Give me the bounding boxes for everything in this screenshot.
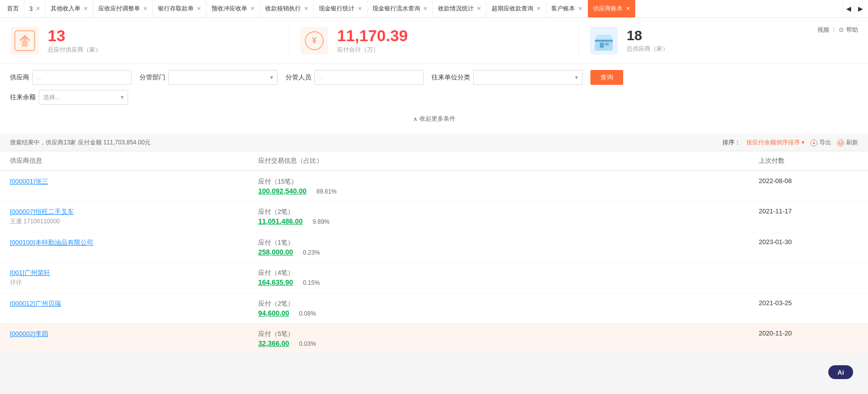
tx-label-0: 应付（15笔） <box>258 177 759 186</box>
balance-filter: 往来余额 选择... ▾ <box>10 90 128 105</box>
supplier-link-2[interactable]: [000100]本特勤油品有限公司 <box>10 238 258 247</box>
dept-label: 分管部门 <box>140 73 165 82</box>
close-tab-cash-stat[interactable]: ✕ <box>358 5 362 12</box>
nav-tab-overdue[interactable]: 超期应收款查询 ✕ <box>487 0 546 18</box>
nav-next-arrow[interactable]: ▶ <box>854 0 866 18</box>
tx-amount-3[interactable]: 164,635.90 <box>258 278 293 286</box>
payable-amount-info: 11,170.39 应付合计（万） <box>337 28 408 54</box>
tx-label-4: 应付（2笔） <box>258 299 759 308</box>
svg-rect-10 <box>605 43 609 46</box>
person-input-dots: ... <box>319 74 324 81</box>
dept-arrow-icon: ▾ <box>270 74 273 81</box>
supplier-link-0[interactable]: [000001]张三 <box>10 177 258 186</box>
svg-point-3 <box>23 37 27 41</box>
nav-tab-3[interactable]: 3 ✕ <box>24 0 46 18</box>
nav-tab-cash-flow[interactable]: 现金银行流水查询 ✕ <box>367 0 433 18</box>
close-tab-3[interactable]: ✕ <box>36 5 40 12</box>
tx-amount-1[interactable]: 11,051,486.00 <box>258 217 303 225</box>
header-transaction: 应付交易信息（占比） <box>258 156 759 165</box>
tx-percent-0: 89.61% <box>316 188 337 195</box>
svg-text:¥: ¥ <box>312 36 317 45</box>
dept-select[interactable]: ▾ <box>168 70 278 85</box>
close-tab-recv-verify[interactable]: ✕ <box>304 5 308 12</box>
collapse-button[interactable]: ∧ 收起更多条件 <box>10 112 858 126</box>
query-button[interactable]: 查询 <box>590 70 623 85</box>
sort-select[interactable]: 按应付余额倒序排序 ▾ <box>746 138 804 147</box>
filter-area: 供应商 ... 分管部门 ▾ 分管人员 ... 往来单位分类 ▾ <box>0 64 868 134</box>
nav-tab-ar-ap[interactable]: 应收应付调整单 ✕ <box>93 0 153 18</box>
payable-amount-value: 11,170.39 <box>337 28 408 44</box>
close-tab-recv-stat[interactable]: ✕ <box>477 5 481 12</box>
nav-tab-recv-verify[interactable]: 收款核销执行 ✕ <box>260 0 314 18</box>
supplier-link-3[interactable]: [001]广州荣轩 <box>10 268 258 277</box>
transaction-cell-1: 应付（2笔） 11,051,486.00 9.89% <box>258 207 759 225</box>
transaction-cell-3: 应付（4笔） 164,635.90 0.15% <box>258 268 759 286</box>
balance-arrow-icon: ▾ <box>121 94 124 101</box>
tx-row-1: 11,051,486.00 9.89% <box>258 216 759 225</box>
help-sep: | <box>833 26 835 34</box>
refresh-button[interactable]: 刷新 <box>837 138 858 147</box>
category-label: 往来单位分类 <box>432 73 470 82</box>
stat-payable-amount: ¥ 11,170.39 应付合计（万） <box>299 26 569 56</box>
nav-tab-customer-ledger[interactable]: 客户账本 ✕ <box>546 0 588 18</box>
table-header: 供应商信息 应付交易信息（占比） 上次付数 <box>0 151 868 171</box>
data-table: 供应商信息 应付交易信息（占比） 上次付数 [000001]张三 应付（15笔）… <box>0 151 868 354</box>
close-tab-bank[interactable]: ✕ <box>197 5 201 12</box>
supplier-link-4[interactable]: [000012]广州贝瑞 <box>10 299 258 308</box>
lastpay-date-2: 2023-01-30 <box>759 238 792 246</box>
lastpay-date-4: 2021-03-25 <box>759 299 792 307</box>
svg-rect-2 <box>22 41 28 47</box>
table-row: [000007]恒旺二手叉车 王通 17106110000 应付（2笔） 11,… <box>0 201 868 232</box>
video-link[interactable]: 视频 <box>817 26 829 34</box>
close-tab-customer-ledger[interactable]: ✕ <box>578 5 582 12</box>
nav-tab-home[interactable]: 首页 <box>2 0 24 18</box>
lastpay-cell-5: 2020-11-20 <box>759 329 858 337</box>
svg-rect-11 <box>595 40 613 42</box>
close-tab-supplier-ledger[interactable]: ✕ <box>626 5 630 12</box>
export-button[interactable]: 导出 <box>810 138 831 147</box>
category-filter: 往来单位分类 ▾ <box>432 70 582 85</box>
category-select[interactable]: ▾ <box>473 70 582 85</box>
transaction-cell-4: 应付（2笔） 94,600.00 0.08% <box>258 299 759 317</box>
tx-label-5: 应付（5笔） <box>258 329 759 338</box>
close-tab-cash-flow[interactable]: ✕ <box>423 5 428 12</box>
nav-tab-bank[interactable]: 银行存取款单 ✕ <box>153 0 207 18</box>
nav-tab-cash-stat[interactable]: 现金银行统计 ✕ <box>314 0 367 18</box>
stat-divider-2 <box>579 26 579 56</box>
dept-filter: 分管部门 ▾ <box>140 70 278 85</box>
balance-select[interactable]: 选择... ▾ <box>39 90 128 105</box>
close-tab-other-income[interactable]: ✕ <box>83 5 88 12</box>
collapse-up-icon: ∧ <box>413 116 418 123</box>
nav-tab-pre-recv[interactable]: 预收冲应收单 ✕ <box>207 0 260 18</box>
nav-prev-arrow[interactable]: ◀ <box>842 0 854 18</box>
supplier-link-1[interactable]: [000007]恒旺二手叉车 <box>10 207 258 216</box>
close-tab-overdue[interactable]: ✕ <box>536 5 541 12</box>
tx-label-1: 应付（2笔） <box>258 207 759 216</box>
supplier-cell-5: [000002]李四 <box>10 329 258 338</box>
close-tab-pre-recv[interactable]: ✕ <box>250 5 255 12</box>
tx-row-4: 94,600.00 0.08% <box>258 308 759 317</box>
svg-rect-9 <box>600 43 604 48</box>
tx-percent-5: 0.03% <box>299 340 316 347</box>
lastpay-date-1: 2021-11-17 <box>759 207 792 215</box>
help-link[interactable]: ⊙ 帮助 <box>839 26 858 34</box>
person-input[interactable]: ... <box>314 70 424 85</box>
tx-amount-4[interactable]: 94,600.00 <box>258 309 289 317</box>
supplier-input[interactable]: ... <box>32 70 132 85</box>
lastpay-cell-0: 2022-08-08 <box>759 177 858 185</box>
tx-amount-5[interactable]: 32,366.00 <box>258 339 289 347</box>
nav-tab-other-income[interactable]: 其他收入单 ✕ <box>46 0 93 18</box>
nav-tab-recv-stat[interactable]: 收款情况统计 ✕ <box>433 0 487 18</box>
balance-label: 往来余额 <box>10 93 36 102</box>
tx-amount-0[interactable]: 100,092,540.00 <box>258 187 306 195</box>
collapse-label: 收起更多条件 <box>420 115 455 123</box>
payable-suppliers-label: 总应付供应商（家） <box>48 46 101 54</box>
table-row: [000002]李四 应付（5笔） 32,366.00 0.03% 2020-1… <box>0 324 868 354</box>
stat-divider-1 <box>289 26 289 56</box>
tx-label-2: 应付（1笔） <box>258 238 759 247</box>
close-tab-ar-ap[interactable]: ✕ <box>143 5 147 12</box>
tx-row-2: 258,000.00 0.23% <box>258 247 759 256</box>
tx-amount-2[interactable]: 258,000.00 <box>258 248 293 256</box>
supplier-link-5[interactable]: [000002]李四 <box>10 329 258 338</box>
nav-tab-supplier-ledger[interactable]: 供应商账本 ✕ <box>588 0 636 18</box>
